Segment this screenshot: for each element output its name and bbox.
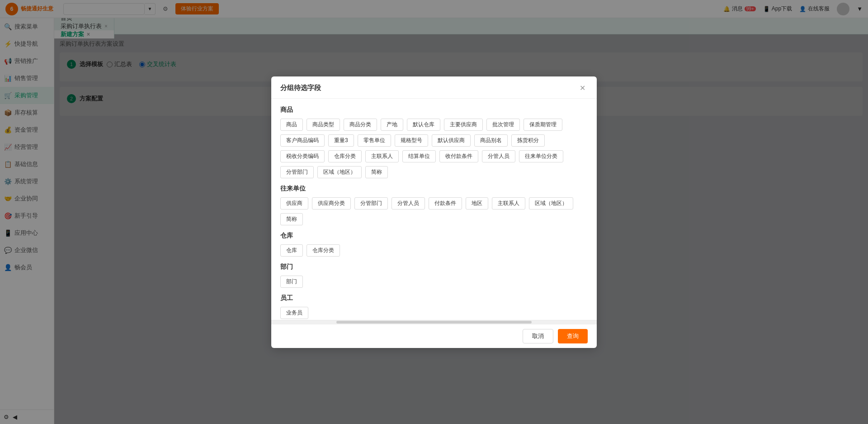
field-tag-1-4[interactable]: 付款条件 xyxy=(429,197,462,210)
field-tags-group-2: 仓库仓库分类 xyxy=(280,244,588,257)
field-tag-0-24[interactable]: 简称 xyxy=(365,166,388,178)
field-tag-0-9[interactable]: 重量3 xyxy=(328,134,354,147)
field-tag-0-13[interactable]: 商品别名 xyxy=(474,134,508,147)
modal-body: 商品商品商品类型商品分类产地默认仓库主要供应商批次管理保质期管理客户商品编码重量… xyxy=(271,99,597,320)
modal-footer: 取消 查询 xyxy=(271,324,597,348)
field-tag-0-8[interactable]: 客户商品编码 xyxy=(280,134,325,147)
field-group-title-2: 仓库 xyxy=(280,232,588,240)
field-tags-group-0: 商品商品类型商品分类产地默认仓库主要供应商批次管理保质期管理客户商品编码重量3零… xyxy=(280,119,588,178)
field-tags-group-1: 供应商供应商分类分管部门分管人员付款条件地区主联系人区域（地区）简称 xyxy=(280,197,588,225)
confirm-button[interactable]: 查询 xyxy=(558,329,588,343)
field-tag-0-4[interactable]: 默认仓库 xyxy=(407,119,440,131)
modal-header: 分组待选字段 ✕ xyxy=(271,76,597,99)
field-tag-0-3[interactable]: 产地 xyxy=(381,119,403,131)
field-tag-0-12[interactable]: 默认供应商 xyxy=(432,134,471,147)
field-tag-0-17[interactable]: 主联系人 xyxy=(365,150,399,162)
field-group-title-3: 部门 xyxy=(280,263,588,271)
modal-overlay: 分组待选字段 ✕ 商品商品商品类型商品分类产地默认仓库主要供应商批次管理保质期管… xyxy=(0,0,868,424)
field-tags-group-4: 业务员 xyxy=(280,307,588,319)
field-tag-1-1[interactable]: 供应商分类 xyxy=(312,197,351,210)
field-tag-3-0[interactable]: 部门 xyxy=(280,276,303,288)
field-group-title-1: 往来单位 xyxy=(280,185,588,193)
field-tag-2-1[interactable]: 仓库分类 xyxy=(307,244,340,257)
field-tag-0-7[interactable]: 保质期管理 xyxy=(524,119,562,131)
field-group-title-0: 商品 xyxy=(280,106,588,114)
field-tag-0-10[interactable]: 零售单位 xyxy=(358,134,391,147)
field-tag-1-0[interactable]: 供应商 xyxy=(280,197,308,210)
field-tag-0-16[interactable]: 仓库分类 xyxy=(328,150,362,162)
field-tag-1-2[interactable]: 分管部门 xyxy=(354,197,388,210)
scrollbar-thumb xyxy=(336,321,532,324)
field-tag-0-6[interactable]: 批次管理 xyxy=(486,119,520,131)
field-tag-0-5[interactable]: 主要供应商 xyxy=(444,119,483,131)
field-tag-0-20[interactable]: 分管人员 xyxy=(482,150,515,162)
field-tag-0-22[interactable]: 分管部门 xyxy=(280,166,314,178)
field-tag-0-15[interactable]: 税收分类编码 xyxy=(280,150,325,162)
field-tag-0-19[interactable]: 收付款条件 xyxy=(439,150,478,162)
field-tag-0-23[interactable]: 区域（地区） xyxy=(317,166,362,178)
field-tag-4-0[interactable]: 业务员 xyxy=(280,307,308,319)
field-tag-2-0[interactable]: 仓库 xyxy=(280,244,303,257)
modal-horizontal-scrollbar[interactable] xyxy=(271,320,597,324)
modal-title: 分组待选字段 xyxy=(280,84,321,92)
field-tag-1-8[interactable]: 简称 xyxy=(280,213,303,225)
field-tags-group-3: 部门 xyxy=(280,276,588,288)
field-tag-0-18[interactable]: 结算单位 xyxy=(402,150,436,162)
field-tag-1-7[interactable]: 区域（地区） xyxy=(529,197,573,210)
modal-dialog: 分组待选字段 ✕ 商品商品商品类型商品分类产地默认仓库主要供应商批次管理保质期管… xyxy=(271,76,597,348)
field-tag-0-0[interactable]: 商品 xyxy=(280,119,303,131)
cancel-button[interactable]: 取消 xyxy=(523,329,553,343)
field-tag-1-3[interactable]: 分管人员 xyxy=(392,197,425,210)
field-group-title-4: 员工 xyxy=(280,294,588,302)
field-tag-0-21[interactable]: 往来单位分类 xyxy=(519,150,563,162)
field-tag-0-1[interactable]: 商品类型 xyxy=(307,119,340,131)
field-tag-1-5[interactable]: 地区 xyxy=(466,197,488,210)
field-tag-1-6[interactable]: 主联系人 xyxy=(492,197,525,210)
field-tag-0-11[interactable]: 规格型号 xyxy=(395,134,428,147)
field-tag-0-2[interactable]: 商品分类 xyxy=(344,119,377,131)
field-tag-0-14[interactable]: 拣货积分 xyxy=(511,134,545,147)
modal-close-button[interactable]: ✕ xyxy=(577,83,588,94)
